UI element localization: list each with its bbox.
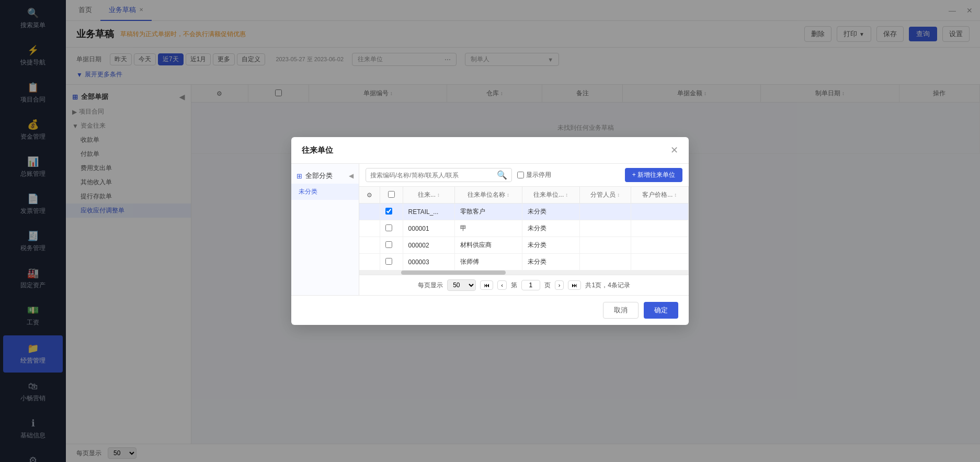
pagination-page-size-select[interactable]: 50 100 <box>447 279 476 291</box>
modal-header: 往来单位 ✕ <box>291 137 689 164</box>
pagination-next-button[interactable]: › <box>555 280 564 290</box>
row-code-cell: 000002 <box>403 237 455 254</box>
row-salesperson-cell <box>579 237 631 254</box>
modal-col-category[interactable]: 往来单位...↕ <box>522 187 579 204</box>
pagination-total-info: 共1页，4条记录 <box>585 281 630 290</box>
modal-table-row[interactable]: RETAIL_... 零散客户 未分类 <box>359 204 689 220</box>
row-category-cell: 未分类 <box>522 254 579 271</box>
modal-close-button[interactable]: ✕ <box>670 144 678 156</box>
row-category-cell: 未分类 <box>522 204 579 220</box>
modal-table-row[interactable]: 000002 材料供应商 未分类 <box>359 237 689 254</box>
modal-sidebar-collapse-button[interactable]: ◀ <box>349 172 354 179</box>
modal-table-row[interactable]: 000001 甲 未分类 <box>359 220 689 237</box>
search-icon: 🔍 <box>497 170 507 180</box>
pagination-first-button[interactable]: ⏮ <box>480 280 493 290</box>
row-salesperson-cell <box>579 254 631 271</box>
row-code-cell: 000003 <box>403 254 455 271</box>
pagination-page-size-label: 每页显示 <box>418 281 443 290</box>
row-price-level-cell <box>631 204 688 220</box>
modal-body: ⊞ 全部分类 ◀ 未分类 🔍 显示停用 <box>291 164 689 295</box>
row-check-cell[interactable] <box>380 220 403 237</box>
modal-col-code[interactable]: 往来...↕ <box>403 187 455 204</box>
row-settings-cell <box>359 204 380 220</box>
row-name-cell: 张师傅 <box>455 254 522 271</box>
grid-icon-modal: ⊞ <box>297 172 302 180</box>
modal-title: 往来单位 <box>302 145 333 155</box>
row-code-cell: RETAIL_... <box>403 204 455 220</box>
row-name-cell: 甲 <box>455 220 522 237</box>
row-code-cell: 000001 <box>403 220 455 237</box>
row-price-level-cell <box>631 220 688 237</box>
modal-search-input[interactable] <box>370 172 494 179</box>
row-settings-cell <box>359 254 380 271</box>
modal-table-row[interactable]: 000003 张师傅 未分类 <box>359 254 689 271</box>
pagination-page-input[interactable] <box>521 280 540 290</box>
modal-search-wrap: 🔍 <box>366 168 512 182</box>
modal-toolbar: 🔍 显示停用 + 新增往来单位 <box>359 164 689 187</box>
add-partner-button[interactable]: + 新增往来单位 <box>625 168 682 182</box>
modal-table-scrollbar-thumb <box>401 271 506 275</box>
row-category-cell: 未分类 <box>522 237 579 254</box>
modal-col-settings[interactable]: ⚙ <box>359 187 380 204</box>
show-disabled-wrap: 显示停用 <box>517 171 551 179</box>
modal-col-name[interactable]: 往来单位名称↕ <box>455 187 522 204</box>
modal-table-scrollbar[interactable] <box>359 271 689 275</box>
modal-sidebar-unclassified[interactable]: 未分类 <box>291 184 359 200</box>
cancel-button[interactable]: 取消 <box>603 302 639 319</box>
modal-sidebar: ⊞ 全部分类 ◀ 未分类 <box>291 164 359 295</box>
pagination-page-num-label: 第 <box>511 281 517 290</box>
row-check-cell[interactable] <box>380 237 403 254</box>
row-name-cell: 材料供应商 <box>455 237 522 254</box>
modal-footer: 取消 确定 <box>291 295 689 325</box>
row-price-level-cell <box>631 254 688 271</box>
confirm-button[interactable]: 确定 <box>644 302 678 319</box>
pagination-page-suffix: 页 <box>544 281 551 290</box>
row-check-cell[interactable] <box>380 254 403 271</box>
row-settings-cell <box>359 220 380 237</box>
row-salesperson-cell <box>579 204 631 220</box>
modal-col-salesperson[interactable]: 分管人员↕ <box>579 187 631 204</box>
pagination-prev-button[interactable]: ‹ <box>497 280 507 290</box>
modal-select-all-checkbox[interactable] <box>388 191 395 198</box>
modal-pagination: 每页显示 50 100 ⏮ ‹ 第 页 › ⏭ 共1页，4条记录 <box>359 275 689 295</box>
modal-dialog: 往来单位 ✕ ⊞ 全部分类 ◀ 未分类 <box>291 137 689 325</box>
modal-table: ⚙ 往来...↕ 往来单位名称↕ 往来单位...↕ 分管人员↕ 客户价格...↕ <box>359 187 689 271</box>
row-name-cell: 零散客户 <box>455 204 522 220</box>
show-disabled-checkbox[interactable] <box>517 172 524 178</box>
show-disabled-label: 显示停用 <box>526 171 551 179</box>
modal-table-wrap: ⚙ 往来...↕ 往来单位名称↕ 往来单位...↕ 分管人员↕ 客户价格...↕ <box>359 187 689 271</box>
modal-overlay: 往来单位 ✕ ⊞ 全部分类 ◀ 未分类 <box>0 0 980 462</box>
modal-col-check[interactable] <box>380 187 403 204</box>
row-category-cell: 未分类 <box>522 220 579 237</box>
row-price-level-cell <box>631 237 688 254</box>
modal-sidebar-all-category[interactable]: ⊞ 全部分类 ◀ <box>291 168 359 184</box>
row-salesperson-cell <box>579 220 631 237</box>
pagination-last-button[interactable]: ⏭ <box>568 280 581 290</box>
modal-content: 🔍 显示停用 + 新增往来单位 ⚙ <box>359 164 689 295</box>
modal-col-price-level[interactable]: 客户价格...↕ <box>631 187 688 204</box>
row-check-cell[interactable] <box>380 204 403 220</box>
row-settings-cell <box>359 237 380 254</box>
